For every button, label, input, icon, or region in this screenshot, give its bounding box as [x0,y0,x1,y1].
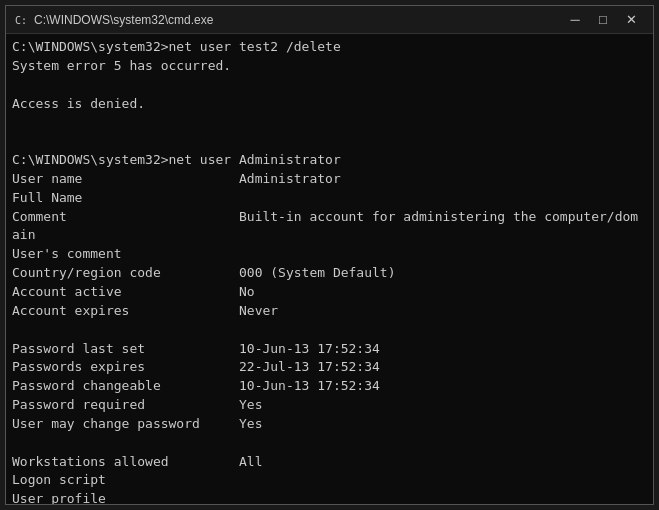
console-output[interactable]: C:\WINDOWS\system32>net user test2 /dele… [6,34,653,504]
window-title: C:\WINDOWS\system32\cmd.exe [34,13,561,27]
close-button[interactable]: ✕ [617,9,645,31]
window-controls: ─ □ ✕ [561,9,645,31]
svg-text:C:: C: [15,15,27,26]
title-bar: C: C:\WINDOWS\system32\cmd.exe ─ □ ✕ [6,6,653,34]
minimize-button[interactable]: ─ [561,9,589,31]
maximize-button[interactable]: □ [589,9,617,31]
cmd-window: C: C:\WINDOWS\system32\cmd.exe ─ □ ✕ C:\… [5,5,654,505]
console-text: C:\WINDOWS\system32>net user test2 /dele… [12,38,647,504]
cmd-icon: C: [14,13,28,27]
